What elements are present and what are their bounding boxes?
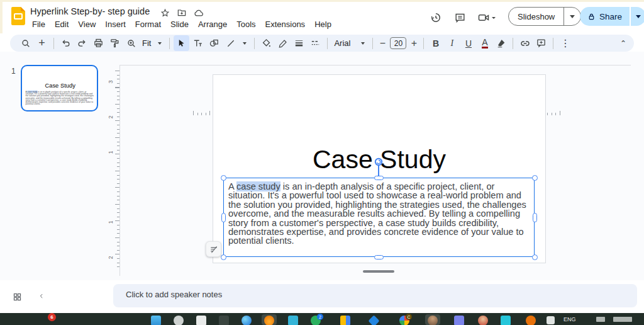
ruler-number: 1 (108, 221, 114, 224)
share-dropdown[interactable] (631, 7, 644, 26)
meet-camera-icon[interactable] (475, 9, 492, 26)
taskbar-taskview-icon[interactable] (196, 316, 206, 325)
taskbar-teal-app-icon[interactable] (288, 316, 298, 325)
text-color-button[interactable]: A (477, 35, 492, 51)
comments-icon[interactable] (452, 9, 468, 26)
taskbar-profile-avatar-icon[interactable] (428, 316, 438, 325)
increase-font-size-button[interactable]: + (408, 35, 419, 51)
taskbar-avatar-red-icon[interactable] (478, 316, 488, 325)
print-icon[interactable] (91, 35, 106, 51)
fill-color-icon[interactable] (258, 35, 274, 51)
toolbar-separator (423, 38, 424, 49)
search-menus-icon[interactable] (18, 35, 33, 51)
zoom-icon[interactable] (123, 35, 139, 51)
font-dropdown-caret-icon[interactable] (357, 35, 369, 51)
ruler-divider-vertical (119, 66, 120, 276)
tray-icon[interactable] (596, 317, 605, 322)
slide-thumbnail[interactable]: Case Study A case study is an in-depth a… (21, 65, 98, 111)
resize-handle-middle-right[interactable] (533, 213, 537, 222)
toolbar-separator (372, 38, 373, 49)
windows-start-button[interactable] (151, 316, 161, 325)
border-dash-icon[interactable] (308, 35, 323, 51)
taskbar-search-icon[interactable] (174, 316, 184, 325)
toolbar-separator (327, 38, 328, 49)
undo-icon[interactable] (58, 35, 74, 51)
autofit-options-button[interactable] (206, 241, 221, 257)
add-comment-icon[interactable] (533, 35, 549, 51)
new-slide-button[interactable]: + (34, 35, 50, 51)
share-button[interactable]: Share (580, 7, 644, 26)
underline-button[interactable]: U (460, 35, 476, 51)
decrease-font-size-button[interactable]: − (377, 35, 388, 51)
windows-taskbar: 6 2 C ENG (0, 313, 644, 325)
bold-button[interactable]: B (428, 35, 443, 51)
resize-handle-bottom-center[interactable] (374, 255, 384, 259)
speaker-notes-input[interactable]: Click to add speaker notes (113, 284, 637, 307)
vertical-ruler-major-ticks (115, 71, 119, 271)
taskbar-active-app-icon[interactable] (264, 316, 274, 325)
font-size-input[interactable]: 20 (390, 37, 406, 49)
version-history-icon[interactable] (428, 9, 444, 26)
notification-badge: 6 (48, 313, 56, 321)
text-box-selection-border[interactable] (223, 178, 535, 257)
google-slides-logo-icon[interactable] (11, 7, 25, 25)
taskbar-orange-app-icon[interactable] (526, 316, 536, 325)
shape-tool[interactable] (206, 35, 222, 51)
menu-view[interactable]: View (76, 19, 97, 30)
menu-format[interactable]: Format (133, 19, 163, 30)
menu-slide[interactable]: Slide (169, 19, 191, 30)
zoom-level-label[interactable]: Fit (140, 38, 153, 48)
resize-handle-top-left[interactable] (221, 175, 226, 181)
resize-handle-bottom-left[interactable] (221, 254, 226, 260)
text-box-tool[interactable] (190, 35, 206, 51)
border-color-icon[interactable] (275, 35, 291, 51)
resize-handle-top-center[interactable] (374, 176, 384, 180)
resize-handle-bottom-right[interactable] (532, 254, 538, 260)
taskbar-teal2-app-icon[interactable] (501, 316, 511, 325)
taskbar-app-dark-icon[interactable] (219, 316, 229, 325)
menu-arrange[interactable]: Arrange (196, 19, 229, 30)
menu-extensions[interactable]: Extensions (264, 19, 308, 30)
border-weight-icon[interactable] (291, 35, 307, 51)
resize-handle-middle-left[interactable] (221, 213, 226, 222)
menu-file[interactable]: File (30, 19, 47, 30)
cloud-saved-icon[interactable] (194, 8, 204, 18)
tray-clock-area[interactable] (613, 317, 632, 322)
taskbar-folder-icon[interactable] (340, 316, 350, 325)
zoom-dropdown-caret-icon[interactable] (154, 35, 165, 51)
move-to-folder-icon[interactable] (177, 8, 187, 18)
menu-insert[interactable]: Insert (103, 19, 128, 30)
meet-dropdown-caret-icon[interactable] (492, 14, 496, 21)
line-tool[interactable] (223, 35, 238, 51)
slide-thumbnail-content: Case Study A case study is an in-depth a… (22, 66, 98, 110)
star-icon[interactable] (160, 8, 170, 18)
select-tool[interactable] (174, 35, 189, 51)
menu-help[interactable]: Help (313, 19, 333, 30)
redo-icon[interactable] (74, 35, 90, 51)
menu-bar: File Edit View Insert Format Slide Arran… (30, 19, 333, 30)
highlight-color-icon[interactable] (493, 35, 509, 51)
taskbar-onedrive-icon[interactable] (368, 315, 379, 325)
taskbar-edge-icon[interactable] (242, 316, 252, 325)
taskbar-teams-icon[interactable] (454, 316, 464, 325)
more-options-button[interactable]: ⋮ (557, 35, 573, 51)
menu-edit[interactable]: Edit (53, 19, 70, 30)
collapse-filmstrip-icon[interactable] (36, 291, 47, 301)
line-dropdown-caret-icon[interactable] (239, 35, 250, 51)
menu-tools[interactable]: Tools (235, 19, 257, 30)
notes-resize-handle[interactable] (363, 270, 394, 273)
slideshow-dropdown[interactable] (564, 13, 580, 21)
slideshow-button[interactable]: Slideshow (508, 7, 581, 26)
grid-view-icon[interactable] (13, 292, 23, 302)
tray-app-icon[interactable] (547, 316, 555, 324)
language-indicator[interactable]: ENG (564, 316, 576, 322)
paint-format-icon[interactable] (107, 35, 123, 51)
document-title[interactable]: Hyperlink Step-by- step guide (30, 6, 150, 16)
insert-link-icon[interactable] (517, 35, 533, 51)
hide-menus-button[interactable]: ⌃ (620, 39, 626, 48)
italic-button[interactable]: I (444, 35, 460, 51)
font-family-select[interactable]: Arial (331, 38, 357, 48)
rotation-handle[interactable] (374, 157, 383, 166)
canvas-area: 1 Case Study A case study is an in-depth… (0, 52, 644, 280)
resize-handle-top-right[interactable] (532, 175, 538, 181)
